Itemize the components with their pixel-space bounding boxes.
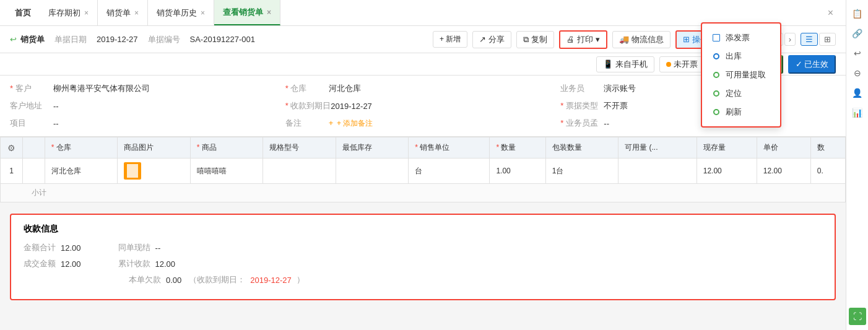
address-label: 客户地址 bbox=[10, 100, 53, 111]
close-all-icon[interactable]: × bbox=[822, 7, 840, 19]
sidebar-link-btn[interactable]: 🔗 bbox=[849, 25, 866, 42]
settings-icon[interactable]: ⚙ bbox=[7, 143, 15, 153]
view-list-button[interactable]: ☰ bbox=[801, 33, 818, 46]
same-order-item: 同单现结 -- bbox=[118, 242, 161, 253]
owed-value: 0.00 bbox=[166, 276, 181, 285]
due-date-value: 2019-12-27 bbox=[250, 276, 292, 285]
effective-button[interactable]: ✓ 已生效 bbox=[788, 55, 836, 74]
logistics-button[interactable]: 🚚 物流信息 bbox=[612, 31, 671, 48]
locate-icon bbox=[712, 89, 721, 98]
owed-paren-close: ） bbox=[297, 274, 305, 285]
logistics-icon: 🚚 bbox=[619, 35, 629, 44]
salesperson-value: -- bbox=[604, 119, 609, 128]
owed-label: 本单欠款 bbox=[129, 274, 161, 285]
product-table-wrapper: ⚙ 仓库 商品图片 商品 规格型号 最低库存 销售单位 数量 包装数量 可用量 … bbox=[0, 137, 846, 202]
warehouse-label: 仓库 bbox=[285, 83, 329, 94]
product-table: ⚙ 仓库 商品图片 商品 规格型号 最低库存 销售单位 数量 包装数量 可用量 … bbox=[0, 137, 846, 202]
right-sidebar: 📋 🔗 ↩ ⊖ 👤 📊 ⛶ bbox=[846, 0, 868, 330]
th-settings[interactable]: ⚙ bbox=[1, 137, 23, 158]
sidebar-chart-btn[interactable]: 📊 bbox=[849, 104, 866, 121]
subtotal-row: 小计 bbox=[1, 184, 846, 202]
phone-icon: 📱 bbox=[603, 59, 613, 69]
add-note-button[interactable]: + + 添加备注 bbox=[329, 118, 373, 129]
td-amount: 0. bbox=[810, 158, 845, 184]
project-field: 项目 -- bbox=[10, 118, 285, 129]
same-order-value: -- bbox=[155, 243, 161, 253]
no-value: SA-20191227-001 bbox=[190, 35, 256, 44]
copy-icon: ⧉ bbox=[523, 35, 529, 45]
deal-amount-value: 12.00 bbox=[61, 259, 81, 269]
doc-title: ↩ 销货单 bbox=[10, 34, 45, 45]
table-header-row: ⚙ 仓库 商品图片 商品 规格型号 最低库存 销售单位 数量 包装数量 可用量 … bbox=[1, 137, 846, 158]
address-field: 客户地址 -- bbox=[10, 100, 285, 111]
sidebar-clipboard-btn[interactable]: 📋 bbox=[849, 5, 866, 22]
add-note-icon: + bbox=[329, 118, 334, 128]
tab-sales-history[interactable]: 销货单历史 × bbox=[148, 0, 214, 25]
payment-info-row-3: 本单欠款 0.00 （收款到期日： 2019-12-27 ） bbox=[24, 274, 822, 285]
td-sales-unit: 台 bbox=[409, 158, 490, 184]
menu-locate[interactable]: 定位 bbox=[702, 84, 780, 103]
from-phone-button[interactable]: 📱 来自手机 bbox=[596, 56, 654, 72]
nav-next[interactable]: › bbox=[784, 33, 796, 46]
tab-inventory-close[interactable]: × bbox=[84, 9, 89, 17]
menu-outbound[interactable]: 出库 bbox=[702, 47, 780, 66]
total-value: 12.00 bbox=[61, 243, 81, 253]
ticket-type-field: 票据类型 不开票 bbox=[560, 100, 836, 111]
sidebar-user-btn[interactable]: 👤 bbox=[849, 84, 866, 102]
payment-date-value: 2019-12-27 bbox=[331, 102, 372, 111]
tab-home[interactable]: 首页 bbox=[6, 7, 40, 19]
owed-item: 本单欠款 0.00 （收款到期日： 2019-12-27 ） bbox=[129, 274, 305, 285]
payment-date-label: 收款到期日 bbox=[285, 100, 331, 111]
th-amount: 数 bbox=[810, 137, 845, 158]
product-img bbox=[124, 162, 141, 180]
no-label: 单据编号 bbox=[148, 34, 180, 45]
tab-view-sales-close[interactable]: × bbox=[267, 8, 271, 17]
payment-info-row-2: 成交金额 12.00 累计收款 12.00 bbox=[24, 258, 822, 269]
td-min-stock bbox=[336, 158, 409, 184]
deal-amount-label: 成交金额 bbox=[24, 258, 56, 269]
new-button[interactable]: + 新增 bbox=[433, 31, 467, 48]
date-label: 单据日期 bbox=[54, 34, 87, 45]
customer-label: 客户 bbox=[10, 83, 53, 94]
payment-info-row-1: 金额合计 12.00 同单现结 -- bbox=[24, 242, 822, 253]
doc-meta: 单据日期 2019-12-27 单据编号 SA-20191227-001 bbox=[54, 34, 255, 45]
refresh-icon bbox=[712, 108, 721, 116]
tab-sales[interactable]: 销货单 × bbox=[98, 0, 148, 25]
tab-inventory[interactable]: 库存期初 × bbox=[40, 0, 98, 25]
sidebar-expand-btn[interactable]: ⛶ bbox=[849, 308, 866, 325]
tab-sales-history-close[interactable]: × bbox=[201, 9, 205, 17]
tab-view-sales[interactable]: 查看销货单 × bbox=[214, 0, 280, 25]
sidebar-minus-btn[interactable]: ⊖ bbox=[849, 64, 866, 82]
tab-sales-close[interactable]: × bbox=[134, 9, 139, 17]
table-row: 1 河北仓库 嘻嘻嘻嘻 台 1.00 1台 12.00 bbox=[1, 158, 846, 184]
copy-button[interactable]: ⧉ 复制 bbox=[516, 31, 554, 48]
outbound-icon bbox=[712, 52, 721, 61]
menu-refresh[interactable]: 刷新 bbox=[702, 103, 780, 121]
view-toggle: ☰ ⊞ bbox=[801, 33, 836, 46]
customer-value: 柳州粤港平安气体有限公司 bbox=[53, 83, 150, 94]
th-qty: 数量 bbox=[490, 137, 545, 158]
date-value: 2019-12-27 bbox=[97, 35, 138, 44]
salesperson-label: 业务员孟 bbox=[560, 118, 604, 129]
not-opened-button[interactable]: 未开票 bbox=[659, 56, 705, 72]
share-button[interactable]: ↗ 分享 bbox=[472, 31, 511, 48]
td-product: 嘻嘻嘻嘻 bbox=[190, 158, 263, 184]
subtotal-label: 小计 bbox=[1, 184, 846, 202]
print-button[interactable]: 🖨 打印 ▾ bbox=[559, 30, 607, 49]
td-available bbox=[618, 158, 697, 184]
doc-title-icon: ↩ bbox=[10, 35, 17, 44]
address-value: -- bbox=[53, 102, 59, 111]
th-product: 商品 bbox=[190, 137, 263, 158]
sidebar-undo-btn[interactable]: ↩ bbox=[849, 45, 866, 62]
payment-date-field: 收款到期日 2019-12-27 bbox=[285, 100, 561, 111]
td-warehouse: 河北仓库 bbox=[45, 158, 118, 184]
salesperson-field: 业务员孟 -- bbox=[560, 118, 836, 129]
menu-qty-extract[interactable]: 可用量提取 bbox=[702, 66, 780, 84]
view-grid-button[interactable]: ⊞ bbox=[819, 33, 836, 46]
warehouse-value: 河北仓库 bbox=[329, 83, 361, 94]
warehouse-field: 仓库 河北仓库 bbox=[285, 83, 561, 94]
doc-type-label: 销货单 bbox=[20, 34, 45, 45]
owed-detail: （收款到期日： bbox=[189, 274, 245, 285]
th-min-stock: 最低库存 bbox=[336, 137, 409, 158]
menu-add-invoice[interactable]: 添发票 bbox=[702, 28, 780, 47]
